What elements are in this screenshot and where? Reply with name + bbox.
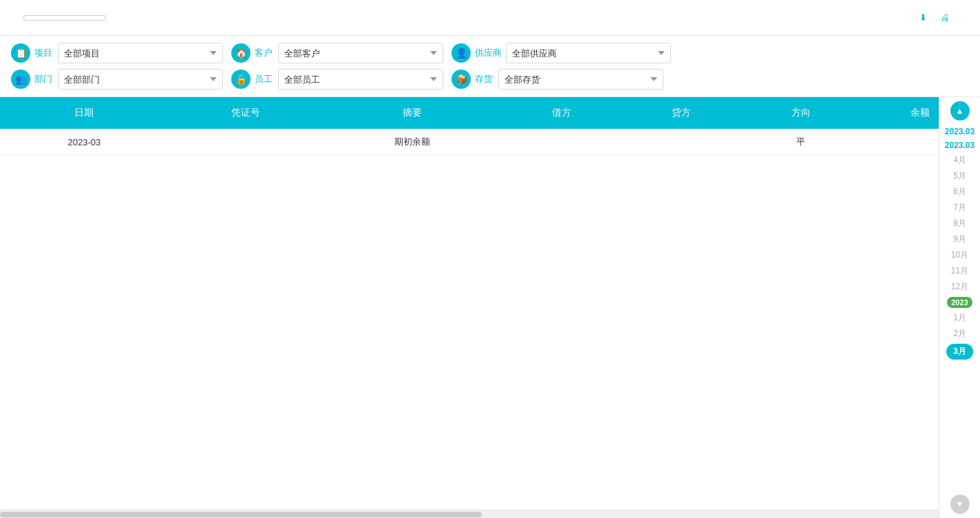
timeline-item[interactable]: 2023 (947, 297, 972, 308)
customer-select[interactable]: 全部客户 (278, 43, 443, 63)
print-button[interactable]: 🖨 (941, 12, 952, 23)
data-table: 日期 凭证号 摘要 借方 贷方 方向 余额 2023-03 期初余额 (0, 97, 980, 156)
supplier-select[interactable]: 全部供应商 (506, 43, 671, 63)
timeline-item[interactable]: 1月 (939, 310, 980, 326)
inventory-label: 存货 (475, 73, 494, 85)
timeline-item[interactable]: 3月 (946, 344, 973, 360)
filter-supplier: 👤 供应商 全部供应商 (451, 43, 671, 63)
cell-debit (502, 129, 622, 156)
col-direction: 方向 (741, 97, 861, 129)
table-row[interactable]: 2023-03 期初余额 平 (0, 129, 980, 156)
cell-date: 2023-03 (0, 129, 169, 156)
dept-label: 部门 (34, 73, 54, 85)
timeline-item[interactable]: 11月 (939, 263, 980, 279)
project-label: 项目 (34, 47, 54, 59)
timeline-item[interactable]: 8月 (939, 216, 980, 231)
cell-credit (621, 129, 741, 156)
table-body: 2023-03 期初余额 平 (0, 129, 980, 156)
cell-direction: 平 (741, 129, 861, 156)
download-button[interactable]: ⬇ (919, 12, 930, 23)
col-voucher: 凭证号 (169, 97, 323, 129)
filter-row-1: 📋 项目 全部项目 🏠 客户 全部客户 👤 供应商 全部供应商 (11, 43, 969, 63)
timeline-up-button[interactable]: ▲ (950, 101, 970, 121)
table-scroll[interactable]: 日期 凭证号 摘要 借方 贷方 方向 余额 2023-03 期初余额 (0, 97, 980, 510)
timeline-item[interactable]: 2月 (939, 326, 980, 342)
table-header: 日期 凭证号 摘要 借方 贷方 方向 余额 (0, 97, 980, 129)
project-icon: 📋 (11, 43, 30, 63)
timeline-down-button[interactable]: ▼ (950, 495, 970, 514)
download-icon: ⬇ (919, 12, 927, 23)
col-debit: 借方 (502, 97, 622, 129)
customer-label: 客户 (255, 47, 274, 59)
prev-arrow[interactable] (11, 17, 19, 19)
table-area: 日期 凭证号 摘要 借方 贷方 方向 余额 2023-03 期初余额 (0, 97, 980, 518)
timeline-item[interactable]: 6月 (939, 184, 980, 200)
timeline-item[interactable]: 7月 (939, 200, 980, 216)
timeline-item[interactable]: 10月 (939, 247, 980, 263)
inventory-select[interactable]: 全部存货 (498, 69, 663, 90)
supplier-icon: 👤 (451, 43, 471, 63)
employee-label: 员工 (255, 73, 274, 85)
timeline-item[interactable]: 2023.03 (939, 125, 980, 138)
cell-summary: 期初余额 (323, 129, 502, 156)
header-bar: ⬇ 🖨 (0, 0, 980, 36)
col-date: 日期 (0, 97, 169, 129)
header-actions: ⬇ 🖨 (919, 12, 969, 23)
employee-select[interactable]: 全部员工 (278, 69, 443, 90)
next-arrow[interactable] (110, 17, 118, 19)
timeline-item[interactable]: 12月 (939, 279, 980, 295)
filter-customer: 🏠 客户 全部客户 (231, 43, 443, 63)
supplier-label: 供应商 (475, 47, 502, 59)
filter-section: 📋 项目 全部项目 🏠 客户 全部客户 👤 供应商 全部供应商 (0, 36, 980, 97)
employee-icon: 🔒 (231, 70, 251, 89)
filter-row-2: 👥 部门 全部部门 🔒 员工 全部员工 📦 存货 全部存货 (11, 69, 969, 90)
scrollbar-thumb (0, 512, 482, 517)
timeline-item[interactable]: 2023.03 (939, 138, 980, 152)
timeline-sidebar: ▲ 2023.032023.034月5月6月7月8月9月10月11月12月202… (939, 97, 980, 518)
filter-dept: 👥 部门 全部部门 (11, 69, 223, 90)
filter-employee: 🔒 员工 全部员工 (231, 69, 443, 90)
account-code (23, 15, 106, 21)
filter-inventory: 📦 存货 全部存货 (451, 69, 663, 90)
dept-select[interactable]: 全部部门 (58, 69, 223, 90)
timeline-item[interactable]: 4月 (939, 152, 980, 168)
cell-voucher (169, 129, 323, 156)
timeline-item[interactable]: 9月 (939, 231, 980, 247)
inventory-icon: 📦 (451, 70, 471, 89)
customer-icon: 🏠 (231, 43, 251, 63)
filter-project: 📋 项目 全部项目 (11, 43, 223, 63)
app-window: ⬇ 🖨 📋 项目 全部项目 🏠 客户 (0, 0, 980, 518)
horizontal-scrollbar[interactable] (0, 510, 980, 518)
project-select[interactable]: 全部项目 (58, 43, 223, 63)
col-summary: 摘要 (323, 97, 502, 129)
timeline-item[interactable]: 5月 (939, 168, 980, 184)
print-icon: 🖨 (941, 12, 950, 23)
col-credit: 贷方 (621, 97, 741, 129)
dept-icon: 👥 (11, 70, 30, 89)
